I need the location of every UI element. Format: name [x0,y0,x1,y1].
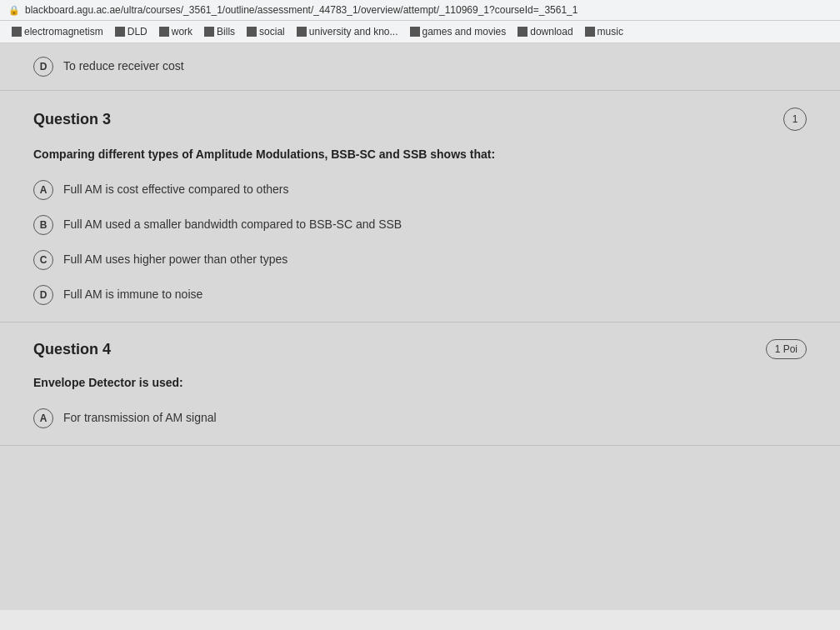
bookmark-bills[interactable]: Bills [199,24,240,39]
q3-text-c: Full AM uses higher power than other typ… [63,250,288,266]
bookmark-icon-social [247,27,257,37]
question-3-text: Comparing different types of Amplitude M… [33,146,807,163]
q3-option-b[interactable]: B Full AM used a smaller bandwidth compa… [33,215,807,235]
bookmark-icon-dld [115,27,125,37]
bookmark-icon-work [159,27,169,37]
bookmark-icon-games [410,27,420,37]
question-3-section: Question 3 1 Comparing different types o… [0,91,840,322]
bookmark-icon-electromagnetism [12,27,22,37]
option-circle-prev-d[interactable]: D [33,57,53,77]
q3-option-d[interactable]: D Full AM is immune to noise [33,285,807,305]
question-3-answers: A Full AM is cost effective compared to … [33,180,807,305]
bookmark-icon-bills [204,27,214,37]
question-4-answers: A For transmission of AM signal [33,408,807,428]
question-4-text: Envelope Detector is used: [33,374,807,392]
question-4-points: 1 Poi [766,339,807,359]
question-3-title: Question 3 [33,111,111,128]
lock-icon: 🔒 [8,5,20,16]
q3-circle-c[interactable]: C [33,250,53,270]
question-4-section: Question 4 1 Poi Envelope Detector is us… [0,322,840,446]
q3-text-a: Full AM is cost effective compared to ot… [63,180,289,196]
bookmark-dld[interactable]: DLD [110,24,152,39]
q3-circle-a[interactable]: A [33,180,53,200]
bookmark-icon-university [297,27,307,37]
q4-circle-a[interactable]: A [33,408,53,428]
bookmark-university[interactable]: university and kno... [292,24,403,39]
main-content: D To reduce receiver cost Question 3 1 C… [0,43,840,610]
question-3-points: 1 [783,108,807,131]
bookmark-games[interactable]: games and movies [405,24,512,39]
bookmark-electromagnetism[interactable]: electromagnetism [7,24,108,39]
q3-option-a[interactable]: A Full AM is cost effective compared to … [33,180,807,200]
bookmarks-bar: electromagnetism DLD work Bills social u… [0,21,840,43]
bookmark-download[interactable]: download [512,24,578,39]
bookmark-music[interactable]: music [580,24,628,39]
bookmark-icon-download [518,27,528,37]
q3-circle-d[interactable]: D [33,285,53,305]
question-3-header: Question 3 1 [33,108,807,131]
q4-option-a[interactable]: A For transmission of AM signal [33,408,807,428]
q4-text-a: For transmission of AM signal [63,408,217,424]
bookmark-icon-music [585,27,595,37]
prev-answer-d: D To reduce receiver cost [0,43,840,91]
question-4-header: Question 4 1 Poi [33,339,807,359]
question-4-title: Question 4 [33,341,111,358]
q3-text-b: Full AM used a smaller bandwidth compare… [63,215,402,231]
bookmark-work[interactable]: work [154,24,198,39]
prev-answer-d-text: To reduce receiver cost [63,57,184,72]
address-bar: 🔒 blackboard.agu.ac.ae/ultra/courses/_35… [0,0,840,21]
bookmark-social[interactable]: social [242,24,290,39]
q3-circle-b[interactable]: B [33,215,53,235]
q3-text-d: Full AM is immune to noise [63,285,202,301]
q3-option-c[interactable]: C Full AM uses higher power than other t… [33,250,807,270]
url-text[interactable]: blackboard.agu.ac.ae/ultra/courses/_3561… [25,4,578,16]
